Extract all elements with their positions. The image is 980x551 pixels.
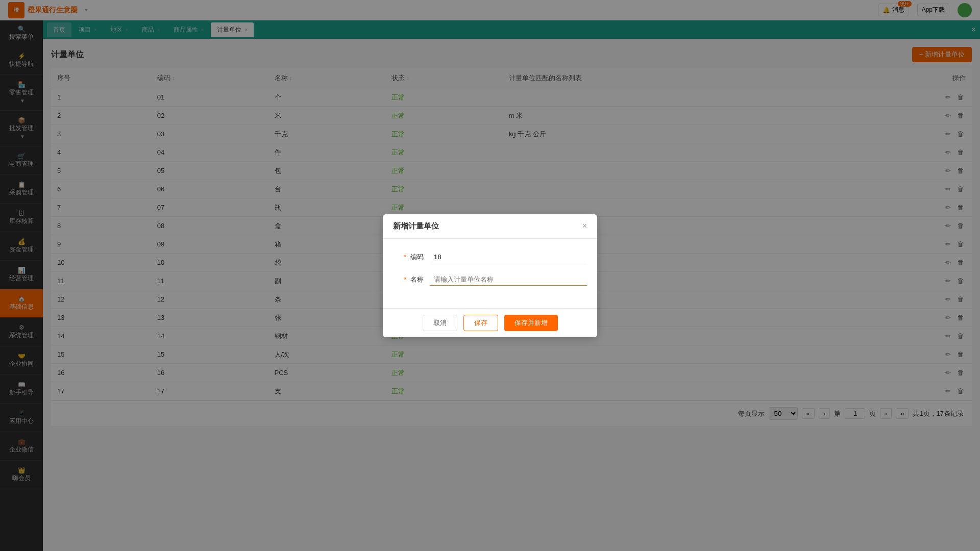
modal-body: * 编码 * 名称 [383,239,597,308]
add-unit-modal: 新增计量单位 × * 编码 * 名称 取消 保存 保存并新增 [383,214,597,337]
cancel-button[interactable]: 取消 [423,315,457,331]
save-button[interactable]: 保存 [463,315,498,331]
save-and-new-button[interactable]: 保存并新增 [504,315,558,331]
code-input[interactable] [430,251,587,263]
name-label-text: 名称 [410,276,424,283]
form-item-name: * 名称 [393,273,587,286]
name-label: * 名称 [393,275,424,284]
code-label: * 编码 [393,253,424,262]
modal-header: 新增计量单位 × [383,214,597,239]
modal-close-button[interactable]: × [582,221,587,231]
code-label-text: 编码 [410,253,424,261]
modal-footer: 取消 保存 保存并新增 [383,308,597,337]
name-input[interactable] [430,273,587,286]
code-required-mark: * [404,253,406,261]
name-required-mark: * [404,276,406,283]
form-item-code: * 编码 [393,251,587,263]
modal-title: 新增计量单位 [393,221,439,231]
modal-overlay[interactable]: 新增计量单位 × * 编码 * 名称 取消 保存 保存并新增 [0,0,980,551]
